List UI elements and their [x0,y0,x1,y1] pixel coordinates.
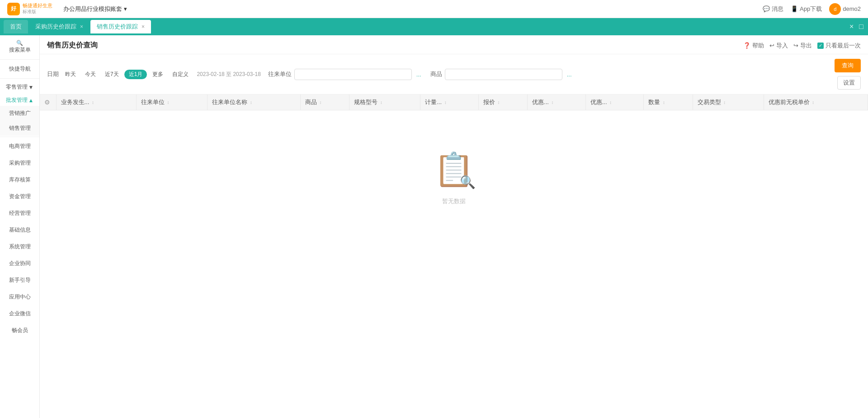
logo-subtext: 标准版 [23,9,52,15]
message-icon: 💬 [763,5,770,12]
product-input[interactable] [445,69,562,80]
col-pretax-price[interactable]: 优惠前无税单价 ↕ [764,95,868,110]
empty-state: 📋 🔍 暂无数据 [40,110,868,242]
gear-icon: ⚙ [44,99,50,106]
only-last-checkbox[interactable]: ✓ 只看最后一次 [817,42,861,50]
sidebar-item-shortcut[interactable]: 快捷导航 [0,61,39,77]
col-discount1[interactable]: 优惠... ↕ [528,95,586,110]
col-discount2[interactable]: 优惠... ↕ [585,95,644,110]
sidebar-item-retail[interactable]: 零售管理 ▼ [0,80,39,93]
top-bar-left: 好 畅捷通好生意 标准版 办公用品行业模拟账套 ▾ [7,3,127,15]
query-button[interactable]: 查询 [835,59,861,72]
col-settings[interactable]: ⚙ [40,95,56,110]
import-icon: ↩ [769,42,774,49]
sidebar-item-corp[interactable]: 企业协同 [0,255,39,272]
sidebar-item-wechat[interactable]: 企业微信 [0,305,39,322]
sort-icon-discount1: ↕ [552,100,554,105]
partner-filter-group: 往来单位 ... [268,69,423,80]
user-menu[interactable]: d demo2 [829,3,861,15]
partner-dots[interactable]: ... [415,71,423,78]
sidebar-divider-3 [0,137,39,137]
date-btn-yesterday[interactable]: 昨天 [61,70,80,79]
sidebar-item-marketing[interactable]: 营销推广 [0,106,39,121]
empty-text: 暂无数据 [442,197,466,205]
filter-actions: 查询 设置 [835,59,861,90]
col-spec[interactable]: 规格型号 ↕ [349,95,420,110]
tab-home[interactable]: 首页 [4,20,28,33]
app-selector-label: 办公用品行业模拟账套 [63,5,122,13]
sort-icon-partner-code: ↕ [167,100,170,105]
sidebar-item-purchase[interactable]: 采购管理 [0,155,39,171]
col-biz-date[interactable]: 业务发生... ↕ [56,95,136,110]
tab-purchase-history-close[interactable]: × [80,24,83,30]
logo-area: 好 畅捷通好生意 标准版 [7,3,52,15]
maximize-window-icon[interactable]: □ [858,22,864,32]
date-shortcuts: 昨天 今天 近7天 近1月 更多 自定义 [61,70,192,79]
col-qty[interactable]: 数量 ↕ [644,95,693,110]
sort-icon-quote: ↕ [497,100,500,105]
sidebar-item-guide[interactable]: 新手引导 [0,272,39,289]
tab-sales-history-close[interactable]: × [142,24,145,30]
date-btn-today[interactable]: 今天 [81,70,99,79]
chevron-down-icon: ▾ [124,5,127,12]
col-partner-code[interactable]: 往来单位 ↕ [136,95,207,110]
product-label: 商品 [430,70,442,78]
sort-icon-biz-date: ↕ [92,100,94,105]
app-selector[interactable]: 办公用品行业模拟账套 ▾ [63,5,127,13]
import-btn[interactable]: ↩ 导入 [769,42,788,50]
sidebar-item-search[interactable]: 🔍 搜索菜单 [0,35,39,58]
tab-sales-history[interactable]: 销售历史价跟踪 × [90,20,151,33]
sidebar-item-member[interactable]: 畅会员 [0,322,39,339]
sort-icon-unit: ↕ [444,100,447,105]
date-btn-more[interactable]: 更多 [149,70,167,79]
sidebar-item-sales-mgmt[interactable]: 销售管理 [0,121,39,136]
sort-icon-spec: ↕ [380,100,382,105]
table-header-row: ⚙ 业务发生... ↕ 往来单位 ↕ 往来单位名称 ↕ [40,95,868,110]
download-btn[interactable]: 📱 App下载 [791,5,822,13]
table-container: ⚙ 业务发生... ↕ 往来单位 ↕ 往来单位名称 ↕ [40,95,868,418]
date-filter-group: 日期 昨天 今天 近7天 近1月 更多 自定义 2023-02-18 至 202… [47,70,261,79]
col-trade-type[interactable]: 交易类型 ↕ [693,95,764,110]
partner-input[interactable] [294,69,412,80]
page-title: 销售历史价查询 [47,41,98,50]
content-area: 销售历史价查询 ❓ 帮助 ↩ 导入 ↪ 导出 ✓ 只 [40,35,868,418]
sidebar-item-system[interactable]: 系统管理 [0,238,39,255]
export-btn[interactable]: ↪ 导出 [793,42,812,50]
empty-icon: 📋 🔍 [431,147,476,192]
sidebar-item-inventory[interactable]: 库存核算 [0,171,39,188]
sidebar-item-finance[interactable]: 资金管理 [0,188,39,205]
date-btn-1month[interactable]: 近1月 [124,70,147,79]
help-btn[interactable]: ❓ 帮助 [743,42,764,50]
date-range-display: 2023-02-18 至 2023-03-18 [197,71,260,78]
col-partner-name[interactable]: 往来单位名称 ↕ [208,95,301,110]
download-icon: 📱 [791,5,798,12]
product-dots[interactable]: ... [565,71,574,78]
tab-purchase-history-label: 采购历史价跟踪 [35,23,76,31]
tab-purchase-history[interactable]: 采购历史价跟踪 × [29,20,90,33]
col-product[interactable]: 商品 ↕ [300,95,349,110]
sidebar-item-wholesale[interactable]: 批发管理 ▲ [0,93,39,106]
main-layout: 🔍 搜索菜单 快捷导航 零售管理 ▼ 批发管理 ▲ 营销推广 销售管理 电商管理 [0,35,868,418]
search-icon: 🔍 [2,40,38,46]
col-unit[interactable]: 计量... ↕ [420,95,479,110]
chevron-up-icon: ▲ [28,97,34,104]
message-btn[interactable]: 💬 消息 [763,5,783,13]
sidebar-item-basic[interactable]: 基础信息 [0,222,39,238]
col-quote[interactable]: 报价 ↕ [478,95,527,110]
data-table: ⚙ 业务发生... ↕ 往来单位 ↕ 往来单位名称 ↕ [40,95,868,242]
sidebar: 🔍 搜索菜单 快捷导航 零售管理 ▼ 批发管理 ▲ 营销推广 销售管理 电商管理 [0,35,40,418]
sidebar-item-appstore[interactable]: 应用中心 [0,289,39,305]
top-bar: 好 畅捷通好生意 标准版 办公用品行业模拟账套 ▾ 💬 消息 📱 App下载 d… [0,0,868,18]
sidebar-item-operation[interactable]: 经营管理 [0,205,39,222]
page-header: 销售历史价查询 ❓ 帮助 ↩ 导入 ↪ 导出 ✓ 只 [40,35,868,54]
filter-bar: 日期 昨天 今天 近7天 近1月 更多 自定义 2023-02-18 至 202… [40,54,868,95]
tab-bar: 首页 采购历史价跟踪 × 销售历史价跟踪 × × □ [0,18,868,35]
checkbox-checked-icon: ✓ [817,43,824,49]
partner-label: 往来单位 [268,70,292,78]
date-btn-7days[interactable]: 近7天 [101,70,123,79]
close-window-icon[interactable]: × [849,22,854,32]
sidebar-item-ecommerce[interactable]: 电商管理 [0,138,39,155]
product-filter-group: 商品 ... [430,69,574,80]
date-btn-custom[interactable]: 自定义 [169,70,192,79]
settings-button[interactable]: 设置 [837,76,861,90]
